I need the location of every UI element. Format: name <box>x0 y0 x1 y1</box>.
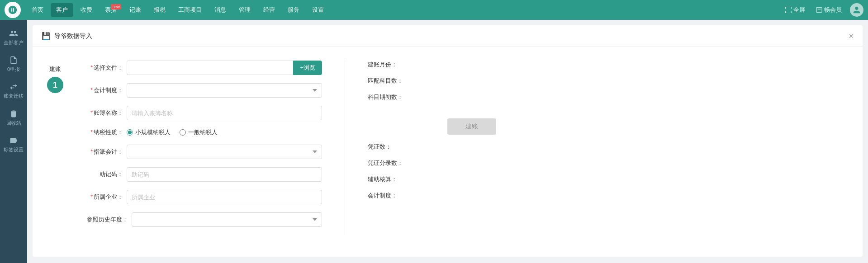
new-badge: new <box>111 4 121 9</box>
header-icon: 💾 <box>42 32 51 40</box>
nav-item-customer[interactable]: 客户 <box>51 3 73 17</box>
sidebar-item-tag[interactable]: 标签设置 <box>0 132 27 156</box>
aux-row: 辅助核算： <box>368 175 576 183</box>
accountant-row: *指派会计： <box>87 145 322 159</box>
company-label: *所属企业： <box>87 193 123 201</box>
sidebar-item-transfer[interactable]: 账套迁移 <box>0 78 27 103</box>
match-row: 匹配科目数： <box>368 77 576 85</box>
accounting-system-label: 会计制度： <box>368 192 397 200</box>
voucher-records-row: 凭证分录数： <box>368 159 576 167</box>
tax-label: *纳税性质： <box>87 128 123 136</box>
nav-right: 全屏 畅会员 <box>783 3 863 17</box>
nav-item-bookkeeping[interactable]: 记账 <box>124 3 147 17</box>
nav-item-home[interactable]: 首页 <box>26 3 49 17</box>
step-circle: 1 <box>47 77 63 93</box>
accountant-select[interactable] <box>127 145 322 159</box>
sidebar: 全部客户 0申报 账套迁移 回收站 标签设置 <box>0 20 27 263</box>
month-row: 建账月份： <box>368 61 576 69</box>
initial-value <box>407 94 576 100</box>
page-title: 导爷数据导入 <box>54 32 92 40</box>
month-value <box>401 62 576 67</box>
top-nav: 首页 客户 收费 票据 new 记账 报税 工商项目 消息 管理 经营 服务 设… <box>0 0 868 20</box>
left-form: *选择文件： +浏览 *会计制度： <box>87 61 322 235</box>
aux-value <box>401 177 576 182</box>
aux-label: 辅助核算： <box>368 175 397 183</box>
member-btn[interactable]: 畅会员 <box>813 4 844 16</box>
nav-item-message[interactable]: 消息 <box>209 3 232 17</box>
nav-item-manage[interactable]: 管理 <box>233 3 256 17</box>
svg-rect-1 <box>818 9 821 9</box>
assistant-row: 助记码： <box>87 167 322 182</box>
nav-item-tax[interactable]: 报税 <box>148 3 171 17</box>
step-label: 建账 <box>49 65 61 73</box>
nav-item-service[interactable]: 服务 <box>282 3 305 17</box>
member-label: 畅会员 <box>824 6 842 14</box>
sidebar-item-zero-declare-label: 0申报 <box>7 66 20 72</box>
logo[interactable] <box>5 2 21 18</box>
assistant-label: 助记码： <box>87 170 123 178</box>
accountant-label: *指派会计： <box>87 148 123 156</box>
sidebar-item-recycle-label: 回收站 <box>6 120 21 126</box>
accounting-system-row: 会计制度： <box>368 192 576 200</box>
accounting-label: *会计制度： <box>87 86 123 94</box>
tax-radio-group: 小规模纳税人 一般纳税人 <box>127 128 322 136</box>
sidebar-item-transfer-label: 账套迁移 <box>4 93 24 99</box>
build-account-button[interactable]: 建账 <box>447 118 496 135</box>
accounting-select[interactable] <box>127 83 322 98</box>
tax-row: *纳税性质： 小规模纳税人 一般纳税人 <box>87 128 322 136</box>
accounting-row: *会计制度： <box>87 83 322 98</box>
nav-item-business[interactable]: 工商项目 <box>173 3 207 17</box>
sidebar-item-recycle[interactable]: 回收站 <box>0 105 27 130</box>
nav-item-settings[interactable]: 设置 <box>307 3 329 17</box>
nav-item-operation[interactable]: 经营 <box>258 3 280 17</box>
right-form: 建账月份： 匹配科目数： 科目期初数： 建账 <box>368 61 576 235</box>
company-input[interactable] <box>127 190 322 204</box>
file-text-input[interactable] <box>127 61 293 75</box>
content-area: 💾 导爷数据导入 × 建账 1 *选择文 <box>27 20 868 263</box>
avatar[interactable] <box>850 3 863 17</box>
history-row: 参照历史年度： <box>87 212 322 227</box>
file-label: *选择文件： <box>87 64 123 72</box>
voucher-value <box>395 144 576 150</box>
voucher-row: 凭证数： <box>368 143 576 151</box>
assistant-input[interactable] <box>127 167 322 182</box>
svg-rect-0 <box>816 8 822 13</box>
page-container: 💾 导爷数据导入 × 建账 1 *选择文 <box>33 25 863 257</box>
step-section: 建账 1 <box>42 61 69 235</box>
sidebar-item-all-customers[interactable]: 全部客户 <box>0 24 27 49</box>
match-label: 匹配科目数： <box>368 77 403 85</box>
voucher-records-label: 凭证分录数： <box>368 159 403 167</box>
history-label: 参照历史年度： <box>87 216 128 224</box>
sidebar-item-all-customers-label: 全部客户 <box>4 40 24 46</box>
close-button[interactable]: × <box>849 32 854 41</box>
match-value <box>407 78 576 84</box>
sidebar-item-zero-declare[interactable]: 0申报 <box>0 51 27 76</box>
voucher-records-value <box>407 160 576 166</box>
history-select[interactable] <box>132 212 322 227</box>
nav-item-ticket[interactable]: 票据 new <box>100 3 122 17</box>
fullscreen-btn[interactable]: 全屏 <box>783 4 808 16</box>
tax-small-radio[interactable]: 小规模纳税人 <box>127 128 171 136</box>
ledger-label: *账簿名称： <box>87 109 123 117</box>
file-input-group: +浏览 <box>127 61 322 75</box>
fullscreen-label: 全屏 <box>793 6 805 14</box>
divider <box>345 61 345 235</box>
nav-item-fee[interactable]: 收费 <box>75 3 98 17</box>
sidebar-item-tag-label: 标签设置 <box>4 147 24 153</box>
tax-general-radio[interactable]: 一般纳税人 <box>180 128 218 136</box>
file-row: *选择文件： +浏览 <box>87 61 322 75</box>
voucher-label: 凭证数： <box>368 143 391 151</box>
accounting-system-value <box>401 193 576 198</box>
company-row: *所属企业： <box>87 190 322 204</box>
initial-row: 科目期初数： <box>368 93 576 101</box>
form-area: 建账 1 *选择文件： +浏览 <box>33 47 863 244</box>
browse-button[interactable]: +浏览 <box>293 61 322 75</box>
month-label: 建账月份： <box>368 61 397 69</box>
initial-label: 科目期初数： <box>368 93 403 101</box>
main-layout: 全部客户 0申报 账套迁移 回收站 标签设置 <box>0 20 868 263</box>
page-header: 💾 导爷数据导入 × <box>33 25 863 47</box>
ledger-input[interactable] <box>127 106 322 120</box>
ledger-row: *账簿名称： <box>87 106 322 120</box>
